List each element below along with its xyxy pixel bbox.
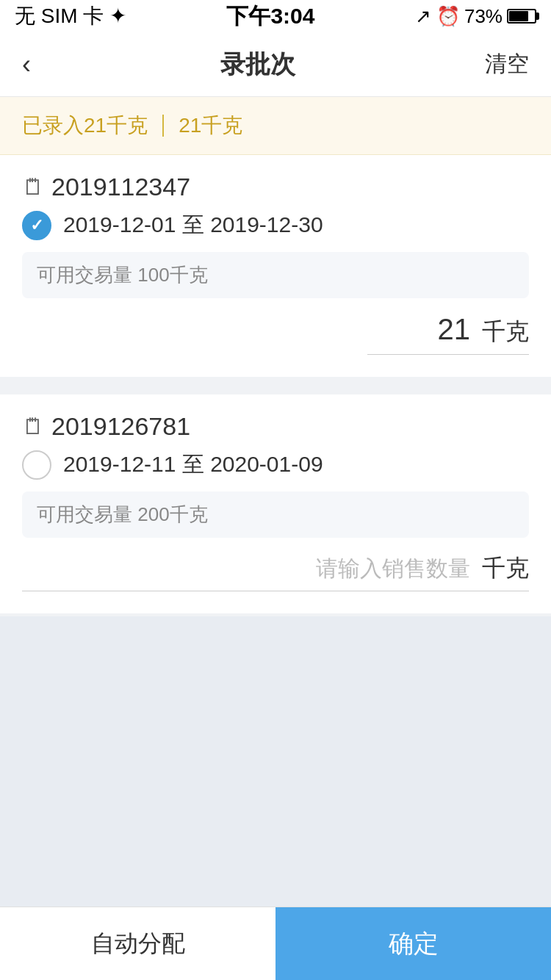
status-battery-pct: 73%: [464, 5, 503, 28]
batch2-date: 2019-12-11 至 2020-01-09: [63, 450, 323, 480]
batch2-date-row: 2019-12-11 至 2020-01-09: [22, 450, 529, 480]
batch1-header: 🗒 2019112347: [22, 173, 529, 201]
batch2-input-row: 请输入销售数量 千克: [0, 538, 551, 613]
empty-area: [0, 616, 551, 940]
summary-value: 21千克: [179, 112, 242, 140]
batch2-header: 🗒 2019126781: [22, 412, 529, 441]
batch2-input-unit: 千克: [482, 552, 529, 585]
batch2-input-placeholder[interactable]: 请输入销售数量: [22, 554, 470, 584]
status-icons: ↗ ⏰: [415, 5, 460, 28]
batch2-radio[interactable]: [22, 450, 51, 480]
batch2-avail: 可用交易量 200千克: [22, 491, 529, 538]
batch1-date: 2019-12-01 至 2019-12-30: [63, 210, 323, 240]
batch1-amount-unit: 千克: [482, 316, 529, 348]
batch1-amount-row: 21 千克: [0, 298, 551, 377]
batch-item-2: 🗒 2019126781 2019-12-11 至 2020-01-09 可用交…: [0, 394, 551, 538]
auto-distribute-label: 自动分配: [91, 928, 185, 960]
batch1-id: 2019112347: [51, 173, 190, 201]
section-gap-1: [0, 380, 551, 394]
batch2-id: 2019126781: [51, 412, 190, 441]
auto-distribute-button[interactable]: 自动分配: [0, 907, 276, 980]
page-title: 录批次: [220, 48, 295, 82]
batch1-avail: 可用交易量 100千克: [22, 252, 529, 298]
summary-divider: [162, 115, 164, 137]
batch1-radio[interactable]: [22, 211, 51, 240]
batch1-avail-text: 可用交易量 100千克: [37, 264, 208, 286]
confirm-label: 确定: [389, 927, 439, 961]
nav-bar: ‹ 录批次 清空: [0, 32, 551, 97]
back-button[interactable]: ‹: [22, 49, 31, 80]
batch1-date-row: 2019-12-01 至 2019-12-30: [22, 210, 529, 240]
summary-label: 已录入21千克: [22, 112, 148, 140]
batch1-icon: 🗒: [22, 175, 44, 200]
batch1-amount-value: 21: [397, 313, 470, 346]
summary-banner: 已录入21千克 21千克: [0, 97, 551, 155]
battery-icon: [507, 9, 536, 24]
clear-button[interactable]: 清空: [485, 49, 529, 79]
confirm-button[interactable]: 确定: [276, 907, 551, 980]
status-sim: 无 SIM 卡 ✦: [15, 2, 126, 30]
status-right: ↗ ⏰ 73%: [415, 5, 536, 28]
batch2-avail-text: 可用交易量 200千克: [37, 503, 208, 525]
batch-item-1: 🗒 2019112347 2019-12-01 至 2019-12-30 可用交…: [0, 155, 551, 298]
status-time: 下午3:04: [226, 1, 314, 32]
bottom-bar: 自动分配 确定: [0, 907, 551, 980]
status-bar: 无 SIM 卡 ✦ 下午3:04 ↗ ⏰ 73%: [0, 0, 551, 32]
batch2-icon: 🗒: [22, 414, 44, 439]
